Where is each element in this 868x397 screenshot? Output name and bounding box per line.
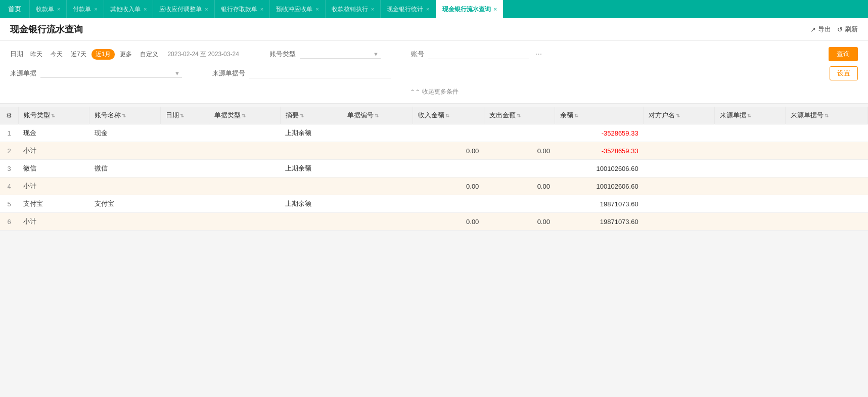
income-cell: 0.00 (413, 178, 484, 195)
source-doc-no-label: 来源单据号 (212, 69, 245, 78)
summary-cell: 上期余额 (280, 160, 342, 178)
row-num: 1 (0, 124, 18, 142)
filter-row-1: 日期 昨天 今天 近7天 近1月 更多 自定义 2023-02-24 至 202… (10, 47, 858, 61)
nav-tab-fukuan[interactable]: 付款单 × (66, 0, 103, 18)
doc-no-cell (342, 124, 413, 142)
col-account-name[interactable]: 账号名称⇅ (89, 107, 161, 124)
doc-type-cell (209, 195, 281, 213)
account-type-label: 账号类型 (269, 50, 296, 59)
col-balance[interactable]: 余额⇅ (555, 107, 644, 124)
account-type-cell: 微信 (18, 160, 89, 178)
doc-no-cell (342, 213, 413, 231)
doc-type-cell (209, 213, 281, 231)
col-source-doc-no[interactable]: 来源单据号⇅ (786, 107, 868, 124)
close-icon[interactable]: × (426, 6, 429, 12)
row-num: 4 (0, 178, 18, 195)
more-icon[interactable]: ··· (535, 50, 542, 59)
nav-tab-shoukuan-hexiao[interactable]: 收款核销执行 × (325, 0, 380, 18)
date-cell (160, 195, 209, 213)
close-icon[interactable]: × (371, 6, 374, 12)
counterparty-cell (644, 178, 715, 195)
settings-button-group: 设置 (830, 66, 858, 80)
col-source-doc[interactable]: 来源单据⇅ (714, 107, 786, 124)
doc-no-cell (342, 178, 413, 195)
balance-cell: 100102606.60 (555, 160, 644, 178)
balance-cell: 100102606.60 (555, 178, 644, 195)
source-doc-no-cell (786, 213, 868, 231)
collapse-bar[interactable]: ⌃⌃ 收起更多条件 (10, 85, 858, 100)
col-doc-type[interactable]: 单据类型⇅ (209, 107, 281, 124)
col-counterparty[interactable]: 对方户名⇅ (644, 107, 715, 124)
header-actions: ↗ 导出 ↺ 刷新 (810, 25, 858, 34)
nav-tab-liushui[interactable]: 现金银行流水查询 × (436, 0, 503, 18)
close-icon[interactable]: × (315, 6, 318, 12)
col-date[interactable]: 日期⇅ (160, 107, 209, 124)
table-container: ⚙ 账号类型⇅ 账号名称⇅ 日期⇅ 单据类型⇅ 摘要⇅ 单据编号⇅ 收入金额⇅ … (0, 107, 868, 231)
doc-no-cell (342, 142, 413, 160)
table-row: 1 现金 现金 上期余额 -3528659.33 (0, 124, 868, 142)
source-doc-cell (714, 124, 786, 142)
export-button[interactable]: ↗ 导出 (810, 25, 831, 34)
source-doc-no-input[interactable] (249, 68, 391, 78)
close-icon[interactable]: × (205, 6, 208, 12)
close-icon[interactable]: × (144, 6, 147, 12)
date-range-value: 2023-02-24 至 2023-03-24 (167, 50, 239, 59)
doc-type-cell (209, 142, 281, 160)
counterparty-cell (644, 124, 715, 142)
source-doc-no-cell (786, 160, 868, 178)
date-cell (160, 142, 209, 160)
date-btn-1month[interactable]: 近1月 (92, 49, 115, 60)
counterparty-cell (644, 195, 715, 213)
close-icon[interactable]: × (94, 6, 97, 12)
source-doc-select[interactable]: ▼ (40, 69, 182, 78)
date-btn-more[interactable]: 更多 (117, 49, 135, 60)
date-btn-custom[interactable]: 自定义 (137, 49, 161, 60)
counterparty-cell (644, 160, 715, 178)
nav-tab-yingshouyf[interactable]: 应收应付调整单 × (153, 0, 214, 18)
close-icon[interactable]: × (260, 6, 263, 12)
close-icon[interactable]: × (57, 6, 60, 12)
date-btn-7days[interactable]: 近7天 (68, 49, 89, 60)
nav-tab-tongji[interactable]: 现金银行统计 × (380, 0, 435, 18)
col-doc-no[interactable]: 单据编号⇅ (342, 107, 413, 124)
source-doc-no-filter-group: 来源单据号 (212, 68, 391, 78)
action-buttons-group: 查询 (829, 47, 858, 61)
close-icon[interactable]: × (494, 6, 497, 12)
date-btn-yesterday[interactable]: 昨天 (27, 49, 45, 60)
col-account-type[interactable]: 账号类型⇅ (18, 107, 89, 124)
date-cell (160, 178, 209, 195)
expense-cell: 0.00 (484, 142, 555, 160)
nav-tab-yushou[interactable]: 预收冲应收单 × (269, 0, 325, 18)
account-type-cell: 小计 (18, 142, 89, 160)
income-cell: 0.00 (413, 142, 484, 160)
row-num: 3 (0, 160, 18, 178)
counterparty-cell (644, 142, 715, 160)
nav-tab-qita[interactable]: 其他收入单 × (104, 0, 153, 18)
col-income[interactable]: 收入金额⇅ (413, 107, 484, 124)
col-expense[interactable]: 支出金额⇅ (484, 107, 555, 124)
refresh-button[interactable]: ↺ 刷新 (837, 25, 858, 34)
date-range-buttons: 昨天 今天 近7天 近1月 更多 自定义 (27, 49, 161, 60)
expense-cell (484, 195, 555, 213)
table-row: 4 小计 0.00 0.00 100102606.60 (0, 178, 868, 195)
nav-tab-yinhang[interactable]: 银行存取款单 × (214, 0, 269, 18)
filter-area: 日期 昨天 今天 近7天 近1月 更多 自定义 2023-02-24 至 202… (0, 41, 868, 104)
col-summary[interactable]: 摘要⇅ (280, 107, 342, 124)
counterparty-cell (644, 213, 715, 231)
account-no-input[interactable] (428, 49, 529, 59)
nav-tab-shoukuan[interactable]: 收款单 × (29, 0, 66, 18)
account-type-select[interactable]: ▼ (300, 50, 381, 59)
settings-button[interactable]: 设置 (830, 66, 858, 80)
date-cell (160, 124, 209, 142)
query-button[interactable]: 查询 (829, 47, 858, 61)
nav-home[interactable]: 首页 (0, 0, 29, 18)
col-settings[interactable]: ⚙ (0, 107, 18, 124)
date-btn-today[interactable]: 今天 (48, 49, 66, 60)
summary-cell (280, 142, 342, 160)
account-type-cell: 现金 (18, 124, 89, 142)
expense-cell: 0.00 (484, 213, 555, 231)
summary-cell: 上期余额 (280, 124, 342, 142)
summary-cell (280, 213, 342, 231)
source-doc-cell (714, 178, 786, 195)
table-header-row: ⚙ 账号类型⇅ 账号名称⇅ 日期⇅ 单据类型⇅ 摘要⇅ 单据编号⇅ 收入金额⇅ … (0, 107, 868, 124)
